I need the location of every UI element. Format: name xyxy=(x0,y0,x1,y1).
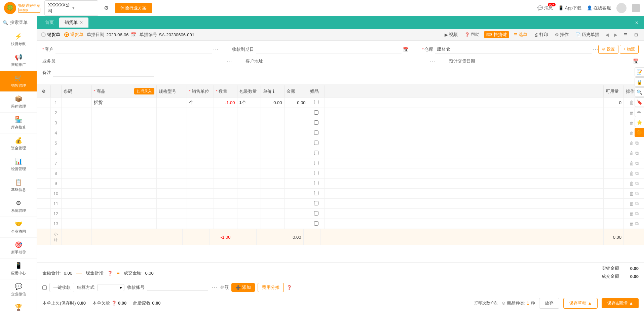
float-btn-5[interactable]: ✏ xyxy=(635,108,644,117)
td-price[interactable] xyxy=(261,138,284,148)
td-price[interactable] xyxy=(261,179,284,189)
td-unit[interactable] xyxy=(187,118,214,128)
td-spec[interactable] xyxy=(156,148,187,158)
td-amount[interactable]: 0.00 xyxy=(284,98,308,108)
td-price[interactable] xyxy=(261,158,284,168)
td-spec[interactable] xyxy=(156,118,187,128)
warehouse-value[interactable]: 建材仓 xyxy=(435,45,592,54)
row-copy-icon[interactable]: ⧉ xyxy=(635,140,639,146)
td-amount[interactable] xyxy=(284,199,308,209)
split-btn[interactable]: 费用分摊 xyxy=(258,283,284,292)
td-price[interactable] xyxy=(261,108,284,118)
row-delete-icon[interactable]: 🗑 xyxy=(629,221,634,227)
row-delete-icon[interactable]: 🗑 xyxy=(629,161,634,166)
addr-picker-icon[interactable]: ··· xyxy=(430,58,435,64)
row-copy-icon[interactable]: ⧉ xyxy=(635,160,639,166)
td-amount[interactable] xyxy=(284,189,308,199)
row-delete-icon[interactable]: 🗑 xyxy=(629,201,634,206)
td-amount[interactable] xyxy=(284,148,308,158)
td-amount[interactable] xyxy=(284,118,308,128)
add-btn[interactable]: ➕ 添加 xyxy=(231,283,255,292)
notes-input[interactable] xyxy=(53,69,154,77)
row-delete-icon[interactable]: 🗑 xyxy=(629,141,634,146)
gift-checkbox[interactable] xyxy=(314,211,318,216)
nav-next[interactable]: ▶ xyxy=(613,32,619,38)
toolbar-print-btn[interactable]: 🖨 打印 xyxy=(532,31,550,38)
discount-help-icon[interactable]: ❓ xyxy=(107,271,113,276)
account-picker[interactable]: ··· xyxy=(212,284,217,290)
td-goods[interactable] xyxy=(91,148,132,158)
td-spec[interactable] xyxy=(156,128,187,138)
td-amount[interactable] xyxy=(284,108,308,118)
td-goods[interactable] xyxy=(91,138,132,148)
date-calendar-icon[interactable]: 📅 xyxy=(131,32,136,37)
sidebar-item-purchase[interactable]: 📦 采购管理 xyxy=(0,92,37,113)
th-gear[interactable]: ⚙ xyxy=(37,85,50,98)
td-goods[interactable] xyxy=(91,209,132,219)
td-goods[interactable] xyxy=(91,158,132,168)
td-gift[interactable] xyxy=(308,199,325,209)
row-copy-icon[interactable]: ⧉ xyxy=(635,201,639,206)
tab-close-all[interactable]: ✕ xyxy=(632,20,641,25)
td-barcode[interactable] xyxy=(61,108,91,118)
td-barcode[interactable] xyxy=(61,168,91,179)
sidebar-item-appcenter[interactable]: 📱 应用中心 xyxy=(0,259,37,279)
td-gift[interactable] xyxy=(308,189,325,199)
td-price[interactable] xyxy=(261,168,284,179)
toolbar-help-btn[interactable]: ❓ 帮助 xyxy=(462,31,482,38)
company-selector[interactable]: XXXXXX公司 ▾ xyxy=(44,0,98,16)
row-delete-icon[interactable]: 🗑 xyxy=(629,171,634,176)
td-gift[interactable] xyxy=(308,158,325,168)
td-amount[interactable] xyxy=(284,138,308,148)
td-barcode[interactable] xyxy=(61,219,91,229)
nav-prev[interactable]: ◀ xyxy=(604,32,610,38)
save-draft-button[interactable]: 保存草稿 ▲ xyxy=(563,298,598,309)
td-pkgqty[interactable] xyxy=(237,128,261,138)
due-date-input[interactable] xyxy=(256,45,401,53)
td-pkgqty[interactable] xyxy=(237,219,261,229)
td-goods[interactable] xyxy=(91,128,132,138)
row-copy-icon[interactable]: ⧉ xyxy=(635,150,639,156)
user-avatar[interactable] xyxy=(616,3,627,13)
td-pkgqty[interactable] xyxy=(237,179,261,189)
td-unit[interactable] xyxy=(187,168,214,179)
td-spec[interactable] xyxy=(156,138,187,148)
float-btn-1[interactable]: 📝 xyxy=(635,67,644,77)
td-gift[interactable] xyxy=(308,179,325,189)
td-price[interactable] xyxy=(261,199,284,209)
gift-checkbox[interactable] xyxy=(314,191,318,195)
row-copy-icon[interactable]: ⧉ xyxy=(635,191,639,196)
td-gift[interactable] xyxy=(308,108,325,118)
td-goods[interactable] xyxy=(91,168,132,179)
td-goods[interactable] xyxy=(91,189,132,199)
td-unit[interactable] xyxy=(187,189,214,199)
row-copy-icon[interactable]: ⧉ xyxy=(635,170,639,176)
td-gift[interactable] xyxy=(308,148,325,158)
td-barcode[interactable] xyxy=(61,118,91,128)
radio-sale-order[interactable]: 销货单 xyxy=(41,32,60,38)
gift-checkbox[interactable] xyxy=(314,201,318,205)
toolbar-shortcut-btn[interactable]: ⌨ 快捷键 xyxy=(484,31,509,38)
expected-date-input[interactable] xyxy=(477,57,632,65)
td-pkgqty[interactable] xyxy=(237,209,261,219)
row-delete-icon[interactable]: 🗑 xyxy=(629,100,634,105)
tab-home[interactable]: 首页 xyxy=(40,17,59,28)
td-spec[interactable] xyxy=(156,209,187,219)
td-pkgqty[interactable] xyxy=(237,199,261,209)
user-avatar2[interactable] xyxy=(632,4,640,12)
td-qty[interactable]: -1.00 xyxy=(214,98,237,108)
online-service-btn[interactable]: 👤 在线客服 xyxy=(587,5,611,11)
float-btn-2[interactable]: 🔒 xyxy=(635,77,644,87)
td-unit[interactable] xyxy=(187,108,214,118)
gift-checkbox[interactable] xyxy=(314,161,318,165)
sidebar-item-basics[interactable]: 📋 基础信息 xyxy=(0,175,37,196)
td-price[interactable] xyxy=(261,118,284,128)
sidebar-item-sales[interactable]: 🛒 销售管理 xyxy=(0,71,37,92)
row-delete-icon[interactable]: 🗑 xyxy=(629,120,634,126)
sidebar-item-operations[interactable]: 📊 经营管理 xyxy=(0,154,37,175)
customer-input[interactable] xyxy=(55,45,212,53)
logistics-button[interactable]: + 物流 xyxy=(620,45,639,54)
td-qty[interactable] xyxy=(214,219,237,229)
td-gift[interactable] xyxy=(308,219,325,229)
td-qty[interactable] xyxy=(214,118,237,128)
